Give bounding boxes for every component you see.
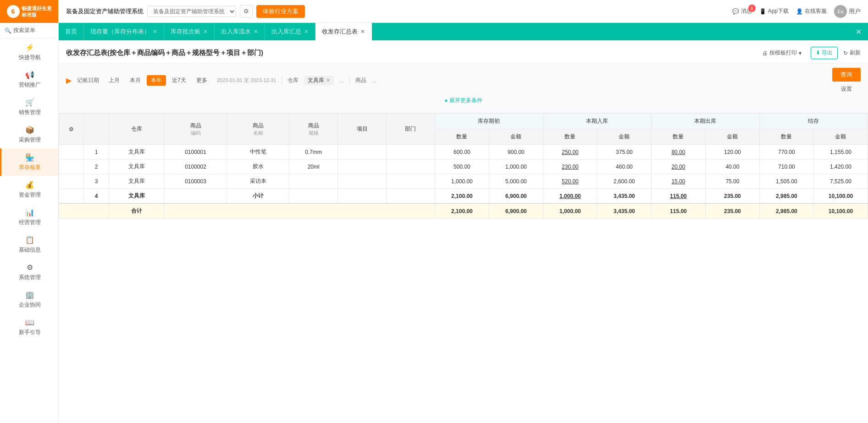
sidebar-search[interactable]: 🔍 搜索菜单	[0, 23, 58, 38]
cell-warehouse: 文具库	[109, 159, 164, 174]
sidebar-item-finance[interactable]: 💰 资金管理	[0, 176, 58, 203]
date-btn-last-month[interactable]: 上月	[105, 75, 124, 86]
export-btn[interactable]: ⬇ 导出	[811, 47, 838, 59]
refresh-icon: ↻	[843, 50, 848, 56]
refresh-btn[interactable]: ↻ 刷新	[843, 49, 861, 57]
cell-spec	[289, 189, 338, 204]
column-settings-icon[interactable]: ⚙	[69, 126, 74, 132]
cell-in-qty[interactable]: 250.00	[543, 145, 597, 159]
cell-total-label: 合计	[109, 203, 164, 219]
cell-opening-amt: 5,000.00	[489, 174, 543, 189]
cell-out-qty[interactable]: 20.00	[651, 159, 705, 174]
tab-batch-ledger-close[interactable]: ✕	[203, 28, 208, 35]
sidebar-item-purchase[interactable]: 📦 采购管理	[0, 121, 58, 148]
date-btn-this-year[interactable]: 本年	[147, 75, 166, 86]
cell-total-opening-qty: 2,100.00	[435, 203, 489, 219]
tab-inventory-dist[interactable]: 现存量（库存分布表） ✕	[84, 23, 164, 40]
date-btn-last-7-days[interactable]: 近7天	[168, 75, 190, 86]
tab-home[interactable]: 首页	[59, 23, 84, 40]
cell-in-qty[interactable]: 1,000.00	[543, 189, 597, 204]
date-btn-this-month[interactable]: 本月	[126, 75, 145, 86]
system-selector[interactable]: 装备及固定资产辅助管理系统	[147, 6, 236, 17]
trial-button[interactable]: 体验行业方案	[256, 5, 305, 18]
goods-label: 商品	[355, 77, 366, 84]
date-btn-more[interactable]: 更多	[192, 75, 211, 86]
th-opening-qty: 数量	[435, 129, 489, 145]
user-btn[interactable]: Ea 用户	[834, 5, 861, 18]
th-in-amt: 金额	[597, 129, 651, 145]
tab-inventory-dist-close[interactable]: ✕	[153, 28, 157, 35]
cell-no: 1	[84, 145, 109, 159]
tab-inout-summary[interactable]: 出入库汇总 ✕	[265, 23, 315, 40]
goods-more[interactable]: ...	[372, 77, 376, 84]
sidebar-item-system[interactable]: ⚙ 系统管理	[0, 258, 58, 286]
warehouse-tag-close[interactable]: ✕	[326, 77, 330, 83]
warehouse-more[interactable]: ...	[339, 77, 344, 84]
warehouse-tag-text: 文具库	[308, 77, 324, 84]
sidebar-item-sales[interactable]: 🛒 销售管理	[0, 93, 58, 121]
th-warehouse: 仓库	[109, 114, 164, 145]
filter-settings-btn[interactable]: 设置	[841, 85, 852, 93]
cell-in-qty[interactable]: 520.00	[543, 174, 597, 189]
cell-bal-amt: 7,525.00	[813, 174, 868, 189]
sidebar-item-inventory[interactable]: 🏪 库存核算	[0, 148, 58, 176]
export-icon: ⬇	[816, 49, 820, 56]
tab-inout-flow[interactable]: 出入库流水 ✕	[215, 23, 265, 40]
logo-icon: 6	[7, 5, 20, 18]
th-in-qty: 数量	[543, 129, 597, 145]
enterprise-icon: 🏢	[25, 291, 34, 299]
th-bal-qty: 数量	[759, 129, 813, 145]
cell-settings	[59, 189, 84, 204]
settings-icon-btn[interactable]: ⚙	[240, 5, 253, 18]
cell-opening-qty: 2,100.00	[435, 189, 489, 204]
template-print-btn[interactable]: 🖨 按模板打印 ▾	[758, 47, 805, 59]
sales-icon: 🛒	[25, 98, 34, 107]
tab-receipt-summary-close[interactable]: ✕	[360, 28, 365, 35]
page-title: 收发存汇总表(按仓库＋商品编码＋商品＋规格型号＋项目＋部门)	[66, 49, 263, 57]
cell-code: 0100003	[164, 174, 227, 189]
th-opening-amt: 金额	[489, 129, 543, 145]
data-table-container: ⚙ 仓库 商品编码 商品名称 商品规格 项目 部门 库存期初 本期入库 本期出库…	[59, 113, 868, 423]
cell-out-qty[interactable]: 80.00	[651, 145, 705, 159]
sidebar-item-label: 采购管理	[19, 136, 41, 144]
date-buttons: 上月 本月 本年 近7天 更多	[105, 75, 211, 86]
sidebar-item-basic-info[interactable]: 📋 基础信息	[0, 231, 58, 258]
app-download-btn[interactable]: 📱 App下载	[759, 7, 789, 15]
sidebar-item-marketing[interactable]: 📢 营销推广	[0, 66, 58, 93]
expand-row: ▾ 展开更多条件	[66, 93, 861, 108]
cell-in-qty[interactable]: 230.00	[543, 159, 597, 174]
online-service-btn[interactable]: 👤 在线客服	[796, 7, 827, 15]
th-settings[interactable]: ⚙	[59, 114, 84, 145]
query-button[interactable]: 查询	[832, 68, 861, 82]
inventory-icon: 🏪	[25, 153, 34, 162]
filter-collapse-btn[interactable]: ▶	[66, 76, 72, 85]
sidebar-item-enterprise[interactable]: 🏢 企业协同	[0, 286, 58, 313]
tab-inout-summary-label: 出入库汇总	[271, 27, 301, 36]
tab-inout-flow-label: 出入库流水	[221, 27, 251, 36]
th-goods: 商品名称	[227, 114, 289, 145]
cell-total-bal-qty: 2,985.00	[759, 203, 813, 219]
topbar-system: 装备及固定资产辅助管理系统 装备及固定资产辅助管理系统 ⚙ 体验行业方案	[66, 5, 727, 18]
tabs-close-all-btn[interactable]: ✕	[849, 27, 868, 36]
cell-out-amt: 235.00	[705, 189, 759, 204]
cell-opening-qty: 600.00	[435, 145, 489, 159]
expand-conditions-btn[interactable]: ▾ 展开更多条件	[445, 97, 482, 104]
tab-batch-ledger[interactable]: 库存批次账 ✕	[164, 23, 215, 40]
cell-out-qty[interactable]: 15.00	[651, 174, 705, 189]
tab-inout-summary-close[interactable]: ✕	[304, 28, 309, 35]
tab-receipt-summary[interactable]: 收发存汇总表 ✕	[315, 23, 372, 40]
cell-out-qty[interactable]: 115.00	[651, 189, 705, 204]
sidebar-item-operations[interactable]: 📊 经营管理	[0, 203, 58, 231]
th-bal-amt: 金额	[813, 129, 868, 145]
topbar: 装备及固定资产辅助管理系统 装备及固定资产辅助管理系统 ⚙ 体验行业方案 💬 消…	[59, 0, 868, 23]
sidebar-item-quick-nav[interactable]: ⚡ 快捷导航	[0, 38, 58, 66]
app-logo: 6 畅捷通好生意标准版	[0, 0, 58, 23]
sidebar-item-label: 系统管理	[19, 274, 41, 281]
print-icon: 🖨	[762, 50, 768, 56]
cell-out-amt: 40.00	[705, 159, 759, 174]
notification-btn[interactable]: 💬 消息 6	[732, 7, 752, 15]
tab-inout-flow-close[interactable]: ✕	[254, 28, 258, 35]
cell-goods: 胶水	[227, 159, 289, 174]
chevron-down-icon: ▾	[799, 50, 802, 56]
sidebar-item-newbie[interactable]: 📖 新手引导	[0, 313, 58, 341]
